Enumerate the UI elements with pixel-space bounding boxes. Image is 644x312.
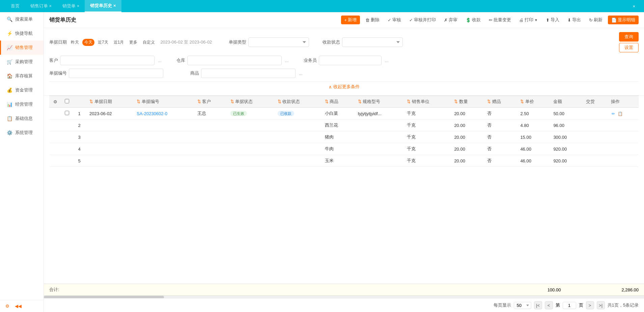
checkbox-cell[interactable] bbox=[61, 120, 73, 131]
close-all-tabs[interactable]: × bbox=[629, 4, 639, 9]
batch-change-button[interactable]: ✏ 批量变更 bbox=[486, 16, 514, 24]
sidebar-item-finance[interactable]: 💰 资金管理 bbox=[0, 83, 44, 97]
sidebar-collapse-icon[interactable]: ◀◀ bbox=[15, 304, 22, 309]
audit-button[interactable]: ✓ 审核 bbox=[385, 16, 404, 24]
spec-col-header[interactable]: ⇅ 规格型号 bbox=[355, 96, 404, 108]
doc-no-link[interactable]: SA-20230602-0 bbox=[137, 111, 167, 116]
doc-date-col-header[interactable]: ⇅ 单据日期 bbox=[86, 96, 133, 108]
collect-status-cell bbox=[274, 143, 321, 155]
sidebar-item-purchase[interactable]: 🛒 采购管理 bbox=[0, 55, 44, 69]
settings-col-header[interactable]: ⚙ bbox=[49, 96, 61, 108]
sidebar-item-basic[interactable]: 📋 基础信息 bbox=[0, 111, 44, 126]
export-button[interactable]: ⬇ 导出 bbox=[565, 16, 584, 24]
checkbox-cell[interactable] bbox=[61, 108, 73, 120]
goods-input[interactable] bbox=[201, 69, 296, 78]
filter-actions: 查询 设置 bbox=[619, 32, 639, 52]
setup-button[interactable]: 设置 bbox=[619, 43, 639, 52]
row-checkbox[interactable] bbox=[65, 111, 69, 115]
salesperson-input[interactable] bbox=[319, 56, 382, 65]
qty-cell: 20.00 bbox=[451, 143, 484, 155]
shortcut-7days[interactable]: 近7天 bbox=[96, 39, 110, 46]
collect-status-badge: 已收款 bbox=[278, 111, 294, 116]
checkbox-cell[interactable] bbox=[61, 131, 73, 143]
show-detail-button[interactable]: 📄 显示明细 bbox=[608, 16, 639, 24]
detail-action-btn[interactable]: 📋 bbox=[617, 111, 623, 116]
collect-status-select[interactable] bbox=[342, 37, 403, 47]
collapse-button[interactable]: ∧ 收起更多条件 bbox=[49, 81, 639, 91]
delete-button[interactable]: 🗑 删除 bbox=[363, 16, 382, 24]
shortcut-custom[interactable]: 自定义 bbox=[141, 39, 157, 46]
scrollbar-area[interactable] bbox=[44, 295, 644, 298]
nav-tab-bar: 首页 销售订单 × 销货单 × 销货单历史 × × bbox=[0, 0, 644, 12]
collect-button[interactable]: 💲 收款 bbox=[463, 16, 483, 24]
shortcut-yesterday[interactable]: 昨天 bbox=[69, 39, 81, 46]
tab-home[interactable]: 首页 bbox=[5, 0, 25, 12]
shortcut-more[interactable]: 更多 bbox=[127, 39, 139, 46]
table-row: 5 玉米 千克 20.00 否 46.00 920.00 bbox=[49, 155, 639, 167]
doc-status-col-header[interactable]: ⇅ 单据状态 bbox=[227, 96, 274, 108]
doc-type-select[interactable] bbox=[248, 37, 309, 47]
goods-dots-btn[interactable]: ... bbox=[298, 71, 304, 76]
purchase-icon: 🛒 bbox=[6, 59, 12, 65]
warehouse-dots-btn[interactable]: ... bbox=[284, 58, 290, 63]
num-cell: 5 bbox=[73, 155, 86, 167]
delete-icon: 🗑 bbox=[365, 18, 370, 23]
sidebar-item-search[interactable]: 🔍 搜索菜单 bbox=[0, 12, 44, 26]
doc-no-input[interactable] bbox=[69, 69, 163, 78]
last-page-btn[interactable]: >| bbox=[597, 301, 605, 309]
select-all-checkbox[interactable] bbox=[65, 99, 69, 103]
warehouse-input[interactable] bbox=[187, 56, 282, 65]
doc-no-cell[interactable]: SA-20230602-0 bbox=[133, 108, 194, 120]
checkbox-cell[interactable] bbox=[61, 143, 73, 155]
abandon-button[interactable]: ✗ 弃审 bbox=[441, 16, 460, 24]
first-page-btn[interactable]: |< bbox=[534, 301, 542, 309]
salesperson-dots-btn[interactable]: ... bbox=[384, 58, 390, 63]
sidebar-item-system[interactable]: ⚙️ 系统管理 bbox=[0, 126, 44, 140]
collect-status-cell bbox=[274, 120, 321, 131]
sidebar-item-inventory[interactable]: 🏠 库存核算 bbox=[0, 69, 44, 83]
next-page-btn[interactable]: > bbox=[586, 301, 594, 309]
doc-no-col-header[interactable]: ⇅ 单据编号 bbox=[133, 96, 194, 108]
print-button[interactable]: 🖨 打印 ▼ bbox=[516, 16, 540, 24]
unit-price-col-header[interactable]: ⇅ 单价 bbox=[517, 96, 550, 108]
collect-status-cell bbox=[274, 131, 321, 143]
import-button[interactable]: ⬆ 导入 bbox=[543, 16, 562, 24]
new-button[interactable]: + 新增 bbox=[341, 16, 360, 24]
checkbox-col-header[interactable] bbox=[61, 96, 73, 108]
sidebar-item-ops[interactable]: 📊 经营管理 bbox=[0, 97, 44, 111]
audit-print-button[interactable]: ✓ 审核并打印 bbox=[407, 16, 439, 24]
date-range-display: 2023-06-02 至 2023-06-02 bbox=[160, 39, 212, 45]
shortcut-1month[interactable]: 近1月 bbox=[112, 39, 126, 46]
sidebar-item-quick-nav[interactable]: ⚡ 快捷导航 bbox=[0, 26, 44, 41]
qty-col-header[interactable]: ⇅ 数量 bbox=[451, 96, 484, 108]
doc-status-cell bbox=[227, 120, 274, 131]
sales-icon: 📈 bbox=[6, 45, 12, 51]
customer-input[interactable] bbox=[60, 56, 155, 65]
goods-col-header[interactable]: ⇅ 商品 bbox=[321, 96, 355, 108]
tab-sales-order[interactable]: 销售订单 × bbox=[25, 0, 57, 12]
gift-col-header[interactable]: ⇅ 赠品 bbox=[484, 96, 517, 108]
table-container: ⚙ ⇅ 单据日期 ⇅ 单据编号 ⇅ 客户 ⇅ 单据状态 ⇅ 收款状态 ⇅ 商品 … bbox=[44, 96, 644, 284]
tab-sales-history[interactable]: 销货单历史 × bbox=[85, 0, 121, 12]
sales-unit-col-header[interactable]: ⇅ 销售单位 bbox=[403, 96, 451, 108]
filter-row-2: 客户 ... 仓库 ... 业务员 ... bbox=[49, 56, 639, 65]
prev-page-btn[interactable]: < bbox=[545, 301, 553, 309]
refresh-button[interactable]: ↻ 刷新 bbox=[586, 16, 605, 24]
checkbox-cell[interactable] bbox=[61, 155, 73, 167]
customer-col-header[interactable]: ⇅ 客户 bbox=[194, 96, 227, 108]
page-size-select[interactable]: 50 100 200 bbox=[514, 302, 531, 309]
query-button[interactable]: 查询 bbox=[619, 32, 639, 42]
edit-action-btn[interactable]: ✏ bbox=[611, 111, 616, 116]
spec-cell bbox=[355, 143, 404, 155]
shortcut-today[interactable]: 今天 bbox=[82, 39, 94, 46]
customer-cell bbox=[194, 143, 227, 155]
sidebar-item-sales[interactable]: 📈 销售管理 bbox=[0, 41, 44, 55]
customer-dots-btn[interactable]: ... bbox=[157, 58, 163, 63]
sidebar-settings-icon[interactable]: ⚙ bbox=[5, 304, 9, 309]
tab-sales-goods[interactable]: 销货单 × bbox=[57, 0, 85, 12]
gift-cell: 否 bbox=[484, 108, 517, 120]
collect-status-col-header[interactable]: ⇅ 收款状态 bbox=[274, 96, 321, 108]
table-body: 1 2023-06-02 SA-20230602-0 王总 已生效 已收款 小白… bbox=[49, 108, 639, 167]
page-number-input[interactable] bbox=[563, 302, 576, 309]
action-cell: ✏ 📋 bbox=[608, 108, 639, 120]
